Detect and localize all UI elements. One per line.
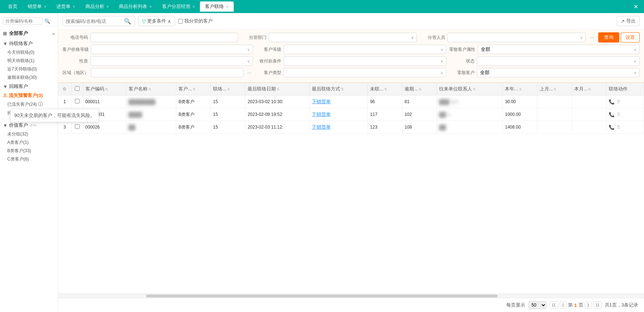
per-page-select[interactable]: 50 100 200 bbox=[528, 301, 547, 309]
sidebar-item-today[interactable]: 今天待联络(0) bbox=[0, 48, 58, 57]
tab-customer-layer-close[interactable]: × bbox=[193, 4, 195, 9]
filter-region-input[interactable] bbox=[91, 68, 243, 77]
tab-purchase-close[interactable]: × bbox=[73, 4, 75, 9]
tab-home[interactable]: 首页 bbox=[3, 1, 23, 12]
sidebar-item-ungroup[interactable]: 未分组(32) bbox=[0, 130, 58, 138]
sidebar-search-icon[interactable]: 🔍 bbox=[44, 19, 50, 24]
row-num-1: 1 bbox=[58, 96, 71, 108]
col-name[interactable]: 客户名称⇅ bbox=[126, 83, 176, 96]
sidebar-item-class-c[interactable]: C类客户(6) bbox=[0, 155, 58, 163]
tab-sales-close[interactable]: × bbox=[44, 4, 46, 9]
filter-nature-select[interactable]: ∨ bbox=[90, 56, 253, 66]
edit-icon[interactable]: ✏ bbox=[33, 123, 37, 128]
select-all-checkbox[interactable] bbox=[75, 86, 80, 91]
page-suffix: 页 bbox=[579, 302, 583, 308]
row2-method-link[interactable]: 下销货单 bbox=[312, 112, 331, 117]
row3-action-phone-icon[interactable]: 📞 bbox=[609, 125, 615, 130]
row2-action-phone-icon[interactable]: 📞 bbox=[609, 112, 615, 117]
scrollbar-thumb[interactable] bbox=[146, 295, 498, 297]
row3-contact: 15 bbox=[211, 121, 245, 134]
sidebar-item-churn-warn[interactable]: ⚠ 流失预警客户(3) bbox=[0, 91, 58, 100]
filter-person-more[interactable]: ··· bbox=[588, 35, 595, 40]
sidebar-search-input[interactable] bbox=[3, 17, 43, 25]
row1-action-more-icon[interactable]: ⠿ bbox=[617, 99, 620, 105]
col-last-month[interactable]: 上月...⇅ bbox=[537, 83, 572, 96]
filter-dept-select[interactable]: ∨ bbox=[269, 33, 416, 42]
col-contact[interactable]: 联络...⇅ bbox=[211, 83, 245, 96]
tab-product-analysis-close[interactable]: × bbox=[106, 4, 109, 9]
tab-product-list[interactable]: 商品分析列表 × bbox=[114, 1, 157, 12]
filter-customer-type-select[interactable]: ∨ bbox=[283, 68, 446, 77]
col-code[interactable]: 客户编码⇅ bbox=[83, 83, 126, 96]
my-customers-checkbox[interactable] bbox=[178, 19, 183, 24]
sidebar-item-7days[interactable]: 近7天待联络(0) bbox=[0, 65, 58, 73]
col-this-month[interactable]: 本月...⇅ bbox=[572, 83, 606, 96]
filter-region-more[interactable]: ··· bbox=[246, 70, 253, 76]
page-prev-btn[interactable]: ⟨ bbox=[560, 301, 567, 309]
col-uncontacted[interactable]: 未联...⇅ bbox=[368, 83, 402, 96]
sidebar-item-class-a[interactable]: A类客户(1) bbox=[0, 138, 58, 147]
row3-checkbox[interactable] bbox=[75, 124, 80, 129]
filter-more-btn[interactable]: ▽ 更多条件 ∧ bbox=[138, 16, 175, 26]
row2-last-method[interactable]: 下销货单 bbox=[309, 108, 367, 121]
sidebar-group-waiting-label[interactable]: ▼ 待联络客户 bbox=[0, 39, 58, 48]
row1-method-link[interactable]: 下销货单 bbox=[312, 99, 331, 104]
query-btn[interactable]: 查询 bbox=[598, 32, 619, 42]
row3-method-link[interactable]: 下销货单 bbox=[312, 124, 331, 130]
filter-price-grade-select[interactable]: ∨ bbox=[91, 45, 253, 54]
page-last-btn[interactable]: ⟩⟩ bbox=[593, 301, 602, 309]
tab-customer-link-close[interactable]: × bbox=[226, 4, 228, 9]
filter-retail-value: 全部 bbox=[480, 69, 490, 76]
col-last-method[interactable]: 最后联络方式⇅ bbox=[309, 83, 367, 96]
horizontal-scrollbar[interactable] bbox=[58, 293, 644, 298]
filter-status-select[interactable]: ∨ bbox=[477, 56, 640, 66]
sidebar-group-review-label[interactable]: ▼ 回顾客户 bbox=[0, 82, 58, 91]
tab-customer-layer[interactable]: 客户分层经营 × bbox=[157, 1, 200, 12]
row3-last-method[interactable]: 下销货单 bbox=[309, 121, 367, 134]
sidebar-collapse-icon[interactable]: « bbox=[52, 31, 55, 36]
filter-customer-grade-select[interactable]: ∨ bbox=[283, 45, 446, 54]
sidebar-item-class-b[interactable]: B类客户(33) bbox=[0, 147, 58, 155]
row1-last-method[interactable]: 下销货单 bbox=[309, 96, 367, 108]
row-checkbox-1[interactable] bbox=[71, 96, 83, 108]
col-overdue[interactable]: 逾期...⇅ bbox=[402, 83, 437, 96]
filter-person-select[interactable]: ∨ bbox=[447, 33, 586, 42]
filter-panel: 电话号码 分管部门 ∨ 分管人员 ∨ ··· bbox=[58, 29, 644, 83]
export-btn[interactable]: ↗ 导出 bbox=[617, 16, 640, 26]
filter-phone-input[interactable] bbox=[90, 33, 238, 42]
filter-retail-select[interactable]: 全部 ∨ bbox=[477, 68, 640, 77]
filter-payment-select[interactable]: ∨ bbox=[283, 56, 446, 66]
row1-action-phone-icon[interactable]: 📞 bbox=[609, 99, 615, 105]
sidebar-item-overdue[interactable]: 逾期未联络(30) bbox=[0, 73, 58, 82]
tab-product-list-close[interactable]: × bbox=[149, 4, 152, 9]
col-last-date[interactable]: 最后联络日期⇅ bbox=[245, 83, 309, 96]
page-first-btn[interactable]: ⟨⟨ bbox=[550, 301, 558, 309]
tab-product-analysis[interactable]: 商品分析 × bbox=[80, 1, 114, 12]
filter-retail-label: 零散客户 bbox=[449, 70, 475, 76]
tab-home-label: 首页 bbox=[8, 3, 17, 10]
col-unit-contact[interactable]: 往来单位联系人⇅ bbox=[437, 83, 503, 96]
row1-checkbox[interactable] bbox=[75, 99, 80, 104]
checkbox-col-header[interactable] bbox=[71, 83, 83, 96]
page-next-btn[interactable]: ⟩ bbox=[585, 301, 592, 309]
settings-btn[interactable]: 设置 bbox=[621, 32, 640, 42]
row3-action-more-icon[interactable]: ⠿ bbox=[617, 125, 620, 130]
settings-column-btn[interactable]: ⚙ bbox=[58, 83, 71, 96]
sidebar-item-tomorrow[interactable]: 明天待联络(1) bbox=[0, 57, 58, 65]
sidebar-item-already-churn[interactable]: 已流失客户(24) ⓘ bbox=[0, 100, 58, 109]
col-type-label: 客户... bbox=[178, 86, 192, 92]
tab-customer-link[interactable]: 客户联络 × bbox=[200, 1, 233, 12]
refresh-icon[interactable]: ↺ bbox=[29, 123, 33, 128]
row2-action-more-icon[interactable]: ⠿ bbox=[617, 112, 620, 117]
sidebar-all-customers[interactable]: ⊞ 全部客户 « bbox=[0, 28, 58, 39]
app-close-btn[interactable]: ✕ bbox=[631, 4, 641, 10]
tab-purchase[interactable]: 进货单 × bbox=[51, 1, 80, 12]
filter-retail-attr-select[interactable]: 全部 ∨ bbox=[478, 45, 640, 54]
tab-sales[interactable]: 销货单 × bbox=[23, 1, 51, 12]
row-checkbox-3[interactable] bbox=[71, 121, 83, 134]
search-submit-btn[interactable]: 🔍 bbox=[124, 18, 131, 25]
col-type[interactable]: 客户...⇅ bbox=[176, 83, 211, 96]
contact-sort-icon: ⇅ bbox=[227, 87, 230, 91]
col-this-year[interactable]: 本年...⇅ bbox=[503, 83, 537, 96]
search-input[interactable] bbox=[66, 19, 124, 24]
